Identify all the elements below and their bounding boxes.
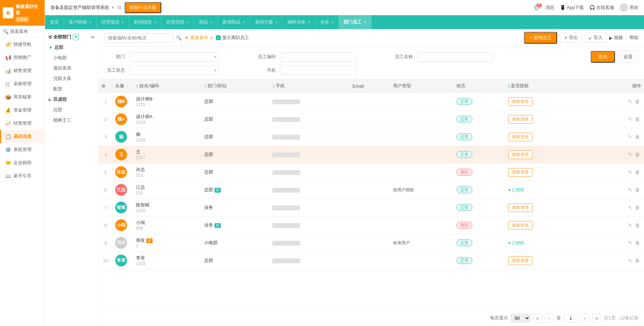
sidebar-item-guide[interactable]: 📖 新手引导 (0, 169, 45, 183)
next-page-btn[interactable]: › (580, 314, 589, 323)
dept-item-peihuo[interactable]: 配货 (45, 84, 98, 94)
tab-profit[interactable]: 利润报告 × (129, 15, 162, 29)
tab-bom[interactable]: 物料清单 × (283, 15, 315, 29)
tab-operation[interactable]: 经营情况 × (97, 15, 129, 29)
sidebar-item-operation[interactable]: 📈 经营管理 (0, 117, 45, 130)
delete-icon[interactable]: 🗑 (635, 258, 640, 263)
col-name[interactable]: ↕ 姓名/编码 (133, 79, 201, 93)
show-resigned-toggle[interactable]: 显示离职员工 (216, 35, 249, 41)
import-button[interactable]: ↙ 导入 (584, 33, 606, 43)
edit-icon[interactable]: ✎ (628, 222, 632, 228)
app-download-btn[interactable]: 📱 App下载 (560, 5, 584, 11)
edit-icon[interactable]: ✎ (628, 240, 632, 246)
tab-customer[interactable]: 客户联络 × (64, 15, 97, 29)
dept-item-zhishuwangsan[interactable]: 植树王三 (45, 115, 98, 125)
first-page-btn[interactable]: « (533, 314, 542, 323)
dept-edit-icon[interactable]: ✎ (73, 34, 79, 40)
delete-icon[interactable]: 🗑 (635, 134, 640, 140)
online-service-btn[interactable]: 🎧 在线客服 (589, 5, 614, 11)
delete-icon[interactable]: 🗑 (635, 240, 640, 246)
help-btn[interactable]: 帮助 (629, 35, 638, 41)
tab-warehouse[interactable]: 仓库 × (315, 15, 339, 29)
prev-page-btn[interactable]: ‹ (545, 314, 554, 323)
dept-item-shuangxuxiang[interactable]: ▶ 双虚想 (45, 94, 98, 105)
emp-name-input[interactable] (417, 52, 493, 62)
edit-icon[interactable]: ✎ (628, 205, 632, 210)
dept-collapse-icon[interactable]: ≪ (90, 35, 95, 40)
tab-employee[interactable]: 部门员工 × (339, 15, 371, 29)
message-badge[interactable]: 💬 5 (534, 5, 540, 10)
dropdown-icon[interactable]: ▾ (112, 5, 114, 10)
delete-icon[interactable]: 🗑 (635, 99, 640, 104)
edit-icon[interactable]: ✎ (628, 134, 632, 140)
delete-icon[interactable]: 🗑 (635, 205, 640, 210)
sidebar-item-finance[interactable]: 💰 资金管理 (0, 104, 45, 117)
sidebar-item-marketing[interactable]: 📢 营销推广 (0, 51, 45, 64)
emp-code-input[interactable] (280, 52, 356, 62)
add-employee-button[interactable]: + 新增员工 (524, 32, 557, 44)
auth-btn[interactable]: 授权登录 (508, 115, 533, 124)
delete-icon[interactable]: 🗑 (635, 116, 640, 122)
search-input[interactable] (104, 33, 173, 43)
search-icon[interactable]: 🔍 (176, 35, 182, 41)
tab-journey[interactable]: 经营历程 × (162, 15, 194, 29)
col-settings[interactable]: ⚙ (99, 79, 112, 93)
sidebar-item-quick-nav[interactable]: 🧭 快捷导航 (0, 38, 45, 51)
auth-btn[interactable]: 授权登录 (508, 168, 533, 177)
trial-button[interactable]: 体验行业方案 (125, 2, 161, 13)
dept-item-xiangmukufang[interactable]: 项目库房 (45, 63, 98, 73)
dept-item-zongbu[interactable]: ▼ 总部 (45, 42, 98, 53)
tab-employee-close[interactable]: × (364, 20, 366, 25)
tab-bom-close[interactable]: × (308, 20, 310, 25)
settings-icon[interactable]: ⚙ (117, 4, 122, 11)
tab-barcode[interactable]: 条码方案 × (250, 15, 283, 29)
sidebar-item-inventory[interactable]: 📦 库存核算 (0, 90, 45, 104)
sidebar-item-purchase[interactable]: 🛒 采购管理 (0, 77, 45, 90)
tab-home[interactable]: 首页 (45, 15, 64, 29)
export-button[interactable]: ↗ 导出 (560, 33, 582, 43)
dept-item-zongbu2[interactable]: 总部 (45, 105, 98, 115)
tab-customer-close[interactable]: × (89, 20, 91, 25)
auth-btn[interactable]: 授权登录 (508, 203, 533, 212)
page-number-input[interactable] (564, 314, 578, 322)
tab-barcode-close[interactable]: × (275, 20, 278, 25)
tab-journey-close[interactable]: × (187, 20, 189, 25)
edit-icon[interactable]: ✎ (628, 99, 632, 104)
tab-profit-close[interactable]: × (154, 20, 156, 25)
phone-input[interactable] (280, 65, 356, 75)
sidebar-item-sales[interactable]: 📊 销售管理 (0, 64, 45, 77)
edit-icon[interactable]: ✎ (628, 152, 632, 157)
auth-btn[interactable]: 授权登录 (508, 256, 533, 265)
tab-new-goods[interactable]: 新增商品 × (218, 15, 250, 29)
delete-icon[interactable]: 🗑 (635, 187, 640, 193)
auth-btn[interactable]: 授权登录 (508, 221, 533, 230)
page-size-select[interactable]: 50 100 (511, 314, 530, 323)
edit-icon[interactable]: ✎ (628, 258, 632, 263)
sidebar-item-basic[interactable]: 📋 基础信息 (0, 130, 45, 143)
dept-item-shenyangdaku[interactable]: 沈阳大库 (45, 73, 98, 84)
sidebar-search[interactable]: 🔍 搜索菜单 (0, 26, 45, 38)
dept-item-xiaodibu[interactable]: 小电部 (45, 53, 98, 63)
edit-icon[interactable]: ✎ (628, 116, 632, 122)
last-page-btn[interactable]: » (592, 314, 601, 323)
sidebar-item-cooperation[interactable]: 🤝 企业协同 (0, 156, 45, 169)
view-btn[interactable]: ▶ 视频 (609, 35, 623, 41)
delete-icon[interactable]: 🗑 (635, 152, 640, 157)
edit-icon[interactable]: ✎ (628, 187, 632, 193)
query-button[interactable]: 查询 (591, 51, 615, 63)
user-avatar-area[interactable]: 用友 (620, 3, 638, 12)
tab-goods-close[interactable]: × (210, 20, 212, 25)
edit-icon[interactable]: ✎ (628, 169, 632, 175)
tab-operation-close[interactable]: × (121, 20, 124, 25)
auth-btn[interactable]: 授权登录 (508, 150, 533, 159)
tab-goods[interactable]: 商品 × (194, 15, 218, 29)
settings-button[interactable]: 设置 (618, 51, 638, 63)
col-dept[interactable]: ↕ 部门/职位 (201, 79, 270, 93)
delete-icon[interactable]: 🗑 (635, 222, 640, 228)
auth-btn[interactable]: 授权登录 (508, 133, 533, 141)
emp-status-select[interactable] (129, 65, 219, 75)
sidebar-item-system[interactable]: ⚙️ 系统管理 (0, 143, 45, 156)
dept-select[interactable] (129, 52, 219, 62)
delete-icon[interactable]: 🗑 (635, 169, 640, 175)
tab-warehouse-close[interactable]: × (331, 20, 334, 25)
